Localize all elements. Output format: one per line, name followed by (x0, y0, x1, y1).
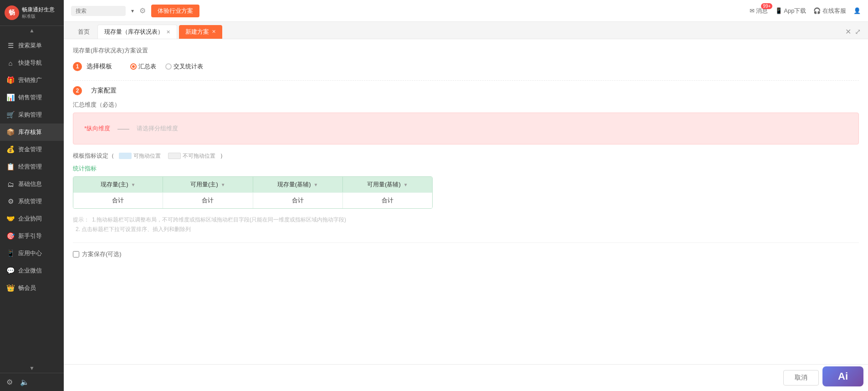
sidebar-item-app-center[interactable]: 📱 应用中心 (0, 245, 64, 262)
sidebar-item-inventory[interactable]: 📦 库存核算 (0, 123, 64, 141)
system-icon: ⚙ (6, 197, 15, 206)
save-checkbox[interactable] (73, 251, 79, 257)
stats-header-col3[interactable]: 现存量(基辅) ▼ (253, 177, 343, 192)
search-input[interactable] (71, 6, 126, 16)
stats-col1-dropdown[interactable]: ▼ (131, 182, 136, 187)
sidebar-item-shortcut[interactable]: ⌂ 快捷导航 (0, 54, 64, 72)
vip-icon: 👑 (6, 284, 15, 292)
stats-col4-dropdown[interactable]: ▼ (403, 182, 408, 187)
template-options: 汇总表 交叉统计表 (130, 62, 203, 71)
stats-header-col4[interactable]: 可用量(基辅) ▼ (343, 177, 432, 192)
sidebar-item-purchase[interactable]: 🛒 采购管理 (0, 106, 64, 123)
sidebar-scroll-down[interactable]: ▼ (0, 364, 64, 373)
ai-badge[interactable]: Ai (822, 366, 863, 386)
summary-dim-label: 汇总维度（必选） (73, 101, 859, 109)
footer-bar: 取消 查询 (64, 364, 868, 391)
stats-col2-dropdown[interactable]: ▼ (221, 182, 225, 187)
close-window-btn[interactable]: ✕ (845, 27, 851, 36)
home-tab-label: 首页 (78, 28, 90, 36)
settings-icon[interactable]: ⚙ (6, 378, 13, 386)
main-area: ▾ ⚙ 体验行业方案 ✉ 消息 99+ 📱 App下载 🎧 在线客服 👤 首 (64, 0, 868, 391)
step2-header: 2 方案配置 (73, 86, 859, 95)
headset-icon: 🎧 (813, 7, 821, 14)
sidebar-item-vip[interactable]: 👑 畅会员 (0, 279, 64, 297)
sidebar-item-finance[interactable]: 💰 资金管理 (0, 141, 64, 158)
stats-table: 现存量(主) ▼ 可用量(主) ▼ 现存量(基辅) ▼ (73, 176, 433, 209)
app-download-label: App下载 (784, 7, 806, 14)
stats-data-col1: 合计 (73, 193, 163, 208)
sidebar-item-operation[interactable]: 📋 经营管理 (0, 158, 64, 175)
sidebar-item-operation-label: 经营管理 (18, 163, 42, 171)
app-center-icon: 📱 (6, 249, 15, 257)
topbar-dropdown-icon[interactable]: ▾ (131, 8, 134, 14)
expand-window-btn[interactable]: ⤢ (855, 27, 861, 36)
tab-new-plan[interactable]: 新建方案 ✕ (179, 25, 222, 39)
step1-badge: 1 (73, 62, 82, 71)
sidebar-item-wechat[interactable]: 💬 企业微信 (0, 262, 64, 279)
legend-fixed-box (168, 153, 181, 159)
sidebar-item-inventory-label: 库存核算 (18, 128, 42, 136)
newbie-icon: 🎯 (6, 232, 15, 240)
dimension-dash: —— (117, 125, 129, 132)
tab-inventory[interactable]: 现存量（库存状况表） ✕ (97, 25, 177, 39)
dimension-area[interactable]: *纵向维度 —— 请选择分组维度 (73, 113, 859, 144)
cancel-button[interactable]: 取消 (783, 370, 819, 386)
trial-btn[interactable]: 体验行业方案 (151, 5, 199, 17)
phone-icon: 📱 (775, 7, 782, 14)
sidebar-item-newbie[interactable]: 🎯 新手引导 (0, 227, 64, 245)
sidebar-item-basic[interactable]: 🗂 基础信息 (0, 175, 64, 193)
step1-section: 1 选择模板 汇总表 交叉统计表 (73, 62, 859, 71)
inventory-tab-close[interactable]: ✕ (166, 29, 170, 35)
section-divider-1 (73, 80, 859, 81)
topbar-gear-icon[interactable]: ⚙ (139, 6, 146, 15)
tab-home[interactable]: 首页 (71, 25, 97, 39)
legend-draggable-label: 可拖动位置 (133, 152, 161, 160)
content-area: 现存量(库存状况表)方案设置 1 选择模板 汇总表 (64, 39, 868, 364)
sidebar-logo: 畅 畅康通好生意 标准版 (0, 0, 64, 26)
sidebar-item-search[interactable]: ☰ 搜索菜单 (0, 37, 64, 54)
volume-icon[interactable]: 🔈 (20, 378, 29, 386)
sidebar-item-system[interactable]: ⚙ 系统管理 (0, 193, 64, 210)
stats-header-col1[interactable]: 现存量(主) ▼ (73, 177, 163, 192)
topbar-app-download[interactable]: 📱 App下载 (775, 7, 806, 15)
contract-icon: 🤝 (6, 215, 15, 223)
service-label: 在线客服 (822, 7, 846, 14)
sidebar-item-sales[interactable]: 📊 销售管理 (0, 89, 64, 106)
topbar-message[interactable]: ✉ 消息 99+ (750, 7, 768, 15)
step2-section: 2 方案配置 汇总维度（必选） *纵向维度 —— 请选择分组维度 (73, 86, 859, 233)
sidebar-item-purchase-label: 采购管理 (18, 111, 42, 119)
sidebar-item-system-label: 系统管理 (18, 197, 42, 206)
legend-draggable-box (119, 153, 132, 159)
sidebar-item-contract[interactable]: 🤝 企业协同 (0, 210, 64, 227)
finance-icon: 💰 (6, 145, 15, 154)
dimension-hint: 请选择分组维度 (137, 124, 178, 133)
inventory-icon: 📦 (6, 128, 15, 136)
tip-prefix: 提示： (73, 216, 89, 224)
topbar-service[interactable]: 🎧 在线客服 (813, 7, 846, 15)
dimension-placeholder: *纵向维度 —— 请选择分组维度 (84, 124, 178, 133)
stats-col3-label: 现存量(基辅) (277, 180, 311, 189)
radio-cross-label: 交叉统计表 (174, 62, 203, 71)
shortcut-icon: ⌂ (6, 59, 15, 67)
app-name: 畅康通好生意 (22, 6, 55, 14)
topbar-user[interactable]: 👤 (853, 7, 861, 14)
stats-data-col3: 合计 (253, 193, 343, 208)
sidebar-item-marketing-label: 营销推广 (18, 76, 42, 84)
sidebar-item-sales-label: 销售管理 (18, 93, 42, 102)
radio-cross[interactable]: 交叉统计表 (165, 62, 203, 71)
radio-summary[interactable]: 汇总表 (130, 62, 156, 71)
sidebar-item-marketing[interactable]: 🎁 营销推广 (0, 72, 64, 89)
stats-col1-label: 现存量(主) (101, 180, 128, 189)
sidebar-item-shortcut-label: 快捷导航 (18, 59, 42, 67)
stats-header-col2[interactable]: 可用量(主) ▼ (163, 177, 253, 192)
tip-2: 2. 点击标题栏下拉可设置排序、插入列和删除列 (73, 226, 859, 233)
metrics-setting-label: 模板指标设定（ 可拖动位置 不可拖动位置 ） (73, 152, 859, 160)
operation-icon: 📋 (6, 163, 15, 171)
app-version: 标准版 (22, 13, 55, 20)
sidebar: 畅 畅康通好生意 标准版 ▲ ☰ 搜索菜单 ⌂ 快捷导航 🎁 营销推广 📊 销售… (0, 0, 64, 391)
sidebar-scroll-up[interactable]: ▲ (0, 26, 64, 35)
new-plan-tab-close[interactable]: ✕ (212, 29, 216, 35)
stats-col3-dropdown[interactable]: ▼ (314, 182, 318, 187)
wechat-icon: 💬 (6, 267, 15, 275)
sales-icon: 📊 (6, 93, 15, 102)
